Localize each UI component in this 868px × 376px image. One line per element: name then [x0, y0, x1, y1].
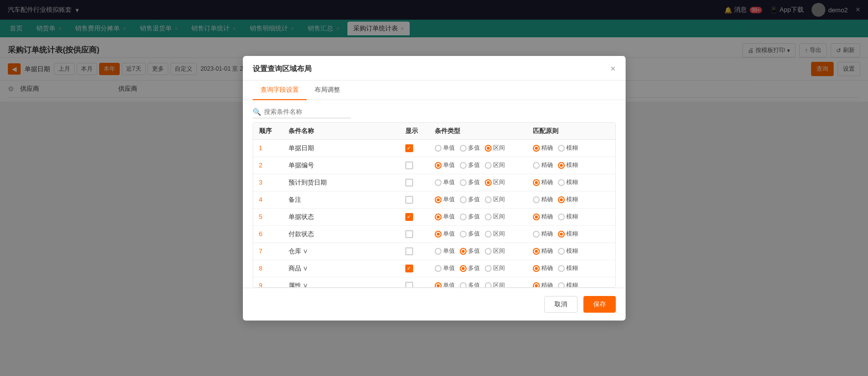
dialog-tabs: 查询字段设置 布局调整	[243, 81, 626, 100]
dialog-search-area: 🔍	[243, 100, 626, 102]
tab-layout-adjust[interactable]: 布局调整	[307, 81, 348, 100]
settings-dialog: 设置查询区域布局 × 查询字段设置 布局调整 🔍 顺序 条件名称	[243, 56, 626, 102]
tab-query-fields[interactable]: 查询字段设置	[253, 81, 307, 100]
modal-overlay: 设置查询区域布局 × 查询字段设置 布局调整 🔍 顺序 条件名称	[0, 0, 868, 102]
dialog-header: 设置查询区域布局 ×	[243, 56, 626, 81]
dialog-close-btn[interactable]: ×	[610, 64, 616, 74]
dialog-title: 设置查询区域布局	[253, 64, 312, 74]
